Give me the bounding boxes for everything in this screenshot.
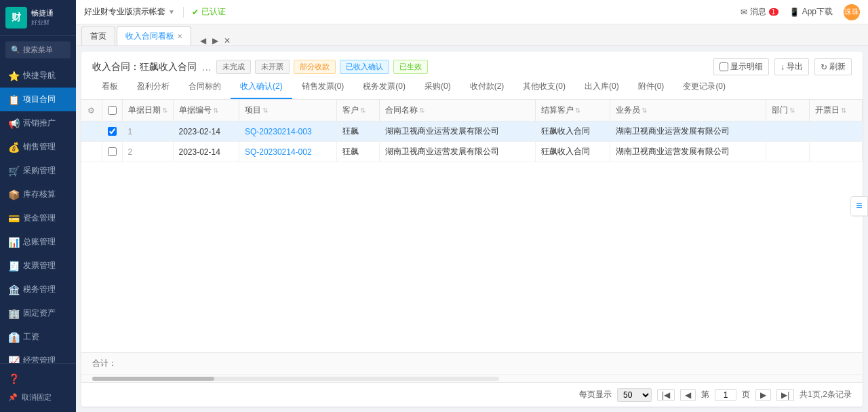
- status-partial[interactable]: 部分收款: [294, 60, 336, 74]
- more-button[interactable]: ...: [202, 61, 211, 73]
- sub-tab-contract-target[interactable]: 合同标的: [179, 75, 231, 99]
- first-page-button[interactable]: |◀: [657, 389, 675, 401]
- status-effective[interactable]: 已生效: [393, 60, 428, 74]
- table-row[interactable]: 1 2023-02-14 SQ-20230214-003 狂飙 湖南卫视商业运营…: [81, 121, 863, 142]
- horizontal-scrollbar[interactable]: [81, 374, 863, 382]
- th-salesman[interactable]: 业务员 ⇅: [610, 100, 766, 121]
- right-sidebar-expand-button[interactable]: ≡: [851, 197, 867, 216]
- show-detail-checkbox[interactable]: [719, 62, 728, 71]
- th-contract[interactable]: 合同名称 ⇅: [380, 100, 536, 121]
- row2-salesman: [766, 142, 809, 162]
- row2-number: 2: [128, 147, 133, 157]
- window-close-button[interactable]: ✕: [222, 36, 232, 45]
- sub-tab-purchase[interactable]: 采购(0): [415, 75, 460, 99]
- row1-project: 狂飙: [336, 121, 379, 142]
- tab-income-contract[interactable]: 收入合同看板 ✕: [117, 26, 191, 45]
- sub-tab-inout[interactable]: 出入库(0): [575, 75, 629, 99]
- th-settle-customer[interactable]: 结算客户 ⇅: [535, 100, 610, 121]
- sub-tab-payment[interactable]: 收付款(2): [460, 75, 514, 99]
- sub-tab-changes[interactable]: 变更记录(0): [673, 75, 735, 99]
- page-size-select[interactable]: 20 50 100: [617, 388, 652, 402]
- th-department[interactable]: 部门 ⇅: [766, 100, 809, 121]
- status-confirmed[interactable]: 已收入确认: [340, 60, 389, 74]
- messages-button[interactable]: ✉ 消息 1: [741, 6, 778, 18]
- search-menu-button[interactable]: 🔍 搜索菜单: [5, 41, 71, 58]
- row1-salesman: [766, 121, 809, 142]
- sidebar-item-project-contract[interactable]: 📋 项目合同: [0, 88, 76, 111]
- sort-settle-icon: ⇅: [575, 107, 580, 114]
- next-page-button[interactable]: ▶: [755, 389, 771, 401]
- sub-tab-other[interactable]: 其他收支(0): [513, 75, 575, 99]
- export-button[interactable]: ↓ 导出: [774, 58, 809, 75]
- topbar-divider: [183, 7, 184, 18]
- tab-home[interactable]: 首页: [81, 26, 115, 45]
- help-icon: ❓: [8, 373, 20, 384]
- sidebar-item-marketing[interactable]: 📢 营销推广: [0, 111, 76, 135]
- show-detail-button[interactable]: 显示明细: [713, 58, 769, 75]
- status-incomplete[interactable]: 未完成: [216, 60, 251, 74]
- content-wrapper: 收入合同：狂飙收入合同 ... 未完成 未开票 部分收款 已收入确认 已生效 显…: [81, 52, 863, 407]
- app-download-button[interactable]: 📱 App下载: [789, 6, 833, 18]
- nav-back-button[interactable]: ◀: [198, 36, 208, 45]
- refresh-button[interactable]: ↻ 刷新: [814, 58, 852, 75]
- sidebar-item-tax[interactable]: 🏦 税务管理: [0, 278, 76, 301]
- table-container: ⚙ 单据日期 ⇅: [81, 100, 863, 352]
- row2-checkbox[interactable]: [108, 147, 117, 156]
- sidebar-bottom-unpin[interactable]: 📌 取消固定: [5, 388, 71, 407]
- status-uninvoiced[interactable]: 未开票: [255, 60, 290, 74]
- sort-date-icon: ⇅: [162, 107, 167, 114]
- sub-tab-sales-invoice[interactable]: 销售发票(0): [292, 75, 354, 99]
- sidebar-item-quick-nav[interactable]: ⭐ 快捷导航: [0, 64, 76, 88]
- right-sidebar: ≡: [850, 196, 868, 217]
- sidebar-item-invoice-mgmt[interactable]: 🧾 发票管理: [0, 254, 76, 278]
- th-date[interactable]: 单据日期 ⇅: [122, 100, 173, 121]
- row1-checkbox[interactable]: [108, 127, 117, 136]
- scrollbar-thumb[interactable]: [92, 377, 214, 381]
- select-all-checkbox[interactable]: [108, 106, 117, 115]
- sidebar-item-payroll[interactable]: 👔 工资: [0, 325, 76, 349]
- sidebar-navigation: ⭐ 快捷导航 📋 项目合同 📢 营销推广 💰 销售管理 🛒 采购管理 📦 库存核…: [0, 64, 76, 363]
- total-page-info: 共1页,2条记录: [800, 389, 852, 400]
- sidebar-item-fixed-assets[interactable]: 🏢 固定资产: [0, 301, 76, 325]
- sub-tab-tax-invoice[interactable]: 税务发票(0): [353, 75, 415, 99]
- row2-order-link[interactable]: SQ-20230214-002: [245, 147, 312, 157]
- th-invoice-date[interactable]: 开票日 ⇅: [809, 100, 862, 121]
- company-selector[interactable]: 好业财专业版演示帐套 ▼: [84, 6, 175, 18]
- sidebar-item-operations[interactable]: 📈 经营管理: [0, 349, 76, 363]
- topbar-right: ✉ 消息 1 📱 App下载 珠珠: [741, 4, 860, 20]
- sub-tab-income-confirm[interactable]: 收入确认(2): [231, 75, 292, 99]
- message-icon: ✉: [741, 7, 747, 17]
- sidebar-item-purchase[interactable]: 🛒 采购管理: [0, 159, 76, 183]
- page-number-input[interactable]: [715, 389, 736, 401]
- row1-gear: [81, 121, 102, 142]
- sub-tab-attachments[interactable]: 附件(0): [629, 75, 674, 99]
- logo-icon: 财: [5, 7, 27, 29]
- sidebar-item-inventory[interactable]: 📦 库存核算: [0, 183, 76, 206]
- tab-close-button[interactable]: ✕: [177, 33, 182, 40]
- window-controls: ◀ ▶ ✕: [198, 36, 232, 45]
- sidebar-item-sales[interactable]: 💰 销售管理: [0, 135, 76, 159]
- row2-project: 狂飙: [336, 142, 379, 162]
- sub-tab-board[interactable]: 看板: [92, 75, 127, 99]
- sidebar-item-general-ledger[interactable]: 📊 总账管理: [0, 230, 76, 254]
- th-project[interactable]: 项目 ⇅: [239, 100, 336, 121]
- sub-tab-profit[interactable]: 盈利分析: [127, 75, 179, 99]
- row2-customer: 湖南卫视商业运营发展有限公司: [380, 142, 536, 162]
- sidebar-bottom-help[interactable]: ❓: [5, 369, 71, 388]
- sort-salesman-icon: ⇅: [642, 107, 647, 114]
- table-row[interactable]: 2 2023-02-14 SQ-20230214-002 狂飙 湖南卫视商业运营…: [81, 142, 863, 162]
- invoice-mgmt-icon: 🧾: [8, 261, 19, 271]
- row1-settle-customer: 湖南卫视商业运营发展有限公司: [610, 121, 766, 142]
- th-customer[interactable]: 客户 ⇅: [336, 100, 379, 121]
- data-table: ⚙ 单据日期 ⇅: [81, 100, 863, 162]
- operations-icon: 📈: [8, 356, 19, 364]
- row1-order-link[interactable]: SQ-20230214-003: [245, 127, 312, 136]
- nav-forward-button[interactable]: ▶: [210, 36, 220, 45]
- user-profile[interactable]: 珠珠: [844, 4, 860, 20]
- sidebar-bottom: ❓ 📌 取消固定: [0, 363, 76, 412]
- th-order-no[interactable]: 单据编号 ⇅: [173, 100, 239, 121]
- settings-icon[interactable]: ⚙: [87, 106, 96, 115]
- last-page-button[interactable]: ▶|: [776, 389, 794, 401]
- sidebar-item-funds[interactable]: 💳 资金管理: [0, 206, 76, 230]
- prev-page-button[interactable]: ◀: [680, 389, 696, 401]
